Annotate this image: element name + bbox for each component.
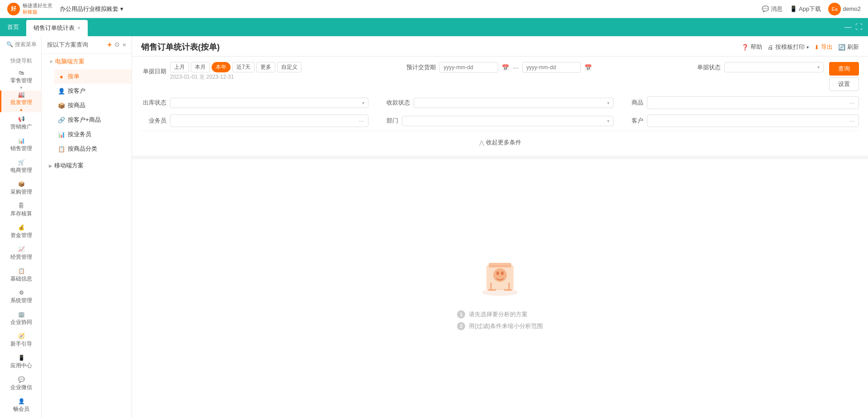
logo-text: 畅捷通好生意 标账版 <box>23 3 52 14</box>
by-order-icon: ● <box>58 73 65 80</box>
by-salesperson-icon: 📊 <box>58 131 65 138</box>
sidebar-item-operation[interactable]: 📈 经营管理 <box>0 242 41 264</box>
scheme-category-mobile[interactable]: ▶ 移动端方案 <box>42 158 132 173</box>
message-button[interactable]: 💬 消息 <box>762 5 783 13</box>
tip-text-1: 请先选择要分析的方案 <box>469 310 528 318</box>
sidebar-item-finance[interactable]: 💰 资金管理 <box>0 221 41 242</box>
help-icon: ❓ <box>741 44 749 51</box>
quicknav-label: 快捷导航 <box>10 57 32 65</box>
date-btn-more[interactable]: 更多 <box>256 62 275 72</box>
department-select[interactable]: ▾ <box>402 116 614 126</box>
scheme-add-icon[interactable]: + <box>108 41 112 49</box>
expected-date-to-input[interactable] <box>522 62 581 73</box>
user-menu[interactable]: Ea demo2 <box>828 3 861 15</box>
expected-date-filter: 预计交货期 📅 — 📅 <box>406 62 592 73</box>
sidebar-item-basic[interactable]: 📋 基础信息 <box>0 264 41 286</box>
export-button[interactable]: ⬇ 导出 <box>814 43 833 51</box>
date-btn-7days[interactable]: 近7天 <box>232 62 255 72</box>
app-selector[interactable]: 办公用品行业模拟账套 ▾ <box>56 5 127 13</box>
inventory-icon: 🗄 <box>19 203 24 209</box>
sidebar-item-sales[interactable]: 📊 销售管理 <box>0 134 41 156</box>
empty-state: 1 请先选择要分析的方案 2 用[过滤]条件来缩小分析范围 <box>132 159 868 418</box>
sidebar-item-inventory[interactable]: 🗄 库存核算 <box>0 199 41 221</box>
date-btn-custom[interactable]: 自定义 <box>277 62 302 72</box>
date-cal-from-icon[interactable]: 📅 <box>502 64 509 71</box>
retail-label: 零售管理 <box>10 77 32 85</box>
by-product-cat-label: 按商品分类 <box>68 145 97 153</box>
payment-status-filter: 收款状态 ▾ <box>387 98 614 108</box>
scheme-item-by-order[interactable]: ● 按单 <box>54 69 132 84</box>
tab-maximize-icon[interactable]: ⛶ <box>855 23 863 31</box>
tab-bar: 首页 销售订单统计表 × — ⛶ <box>0 18 868 36</box>
order-status-select[interactable]: ▾ <box>724 62 824 72</box>
date-cal-to-icon[interactable]: 📅 <box>585 64 592 71</box>
product-more-icon[interactable]: ··· <box>849 99 855 106</box>
sidebar-item-newbie[interactable]: 🧭 新手引导 <box>0 329 41 351</box>
tab-sales-stats[interactable]: 销售订单统计表 × <box>26 20 88 36</box>
salesperson-input[interactable]: ··· <box>170 114 368 127</box>
marketing-icon: 📢 <box>18 116 25 122</box>
finance-icon: 💰 <box>18 224 25 231</box>
scheme-settings-icon[interactable]: ⊙ <box>114 41 120 49</box>
expected-date-from-input[interactable] <box>439 62 498 73</box>
export-icon: ⬇ <box>814 44 819 51</box>
sidebar-search-area[interactable]: 🔍 搜索菜单 <box>0 36 41 52</box>
refresh-button[interactable]: 🔄 刷新 <box>838 43 859 51</box>
tab-home[interactable]: 首页 <box>0 18 26 36</box>
sidebar-item-wholesale[interactable]: 🏭 批发管理 ▲ <box>0 90 41 112</box>
sidebar-item-enterprise[interactable]: 🏢 企业协同 <box>0 308 41 329</box>
tab-close-icon[interactable]: × <box>77 25 80 31</box>
sales-label: 销售管理 <box>10 145 32 152</box>
date-btn-last-month[interactable]: 上月 <box>170 62 189 72</box>
collapse-button[interactable]: ⋀ 收起更多条件 <box>476 135 525 150</box>
sidebar-item-system[interactable]: ⚙ 系统管理 <box>0 286 41 308</box>
product-input[interactable]: ··· <box>647 96 859 109</box>
scheme-item-by-cust-prod[interactable]: 🔗 按客户+商品 <box>54 113 132 127</box>
date-btn-this-year[interactable]: 本年 <box>212 62 231 72</box>
delivery-status-select[interactable]: ▾ <box>170 98 368 108</box>
enterprise-label: 企业协同 <box>10 318 32 326</box>
page-title: 销售订单统计表(按单) <box>141 42 220 52</box>
date-btn-this-month[interactable]: 本月 <box>191 62 210 72</box>
delivery-status-arrow-icon: ▾ <box>362 100 364 105</box>
payment-status-select[interactable]: ▾ <box>414 98 614 108</box>
sidebar-item-ecommerce[interactable]: 🛒 电商管理 <box>0 156 41 177</box>
page-header: 销售订单统计表(按单) ❓ 帮助 🖨 按模板打印 ▾ ⬇ 导出 <box>132 36 868 57</box>
salesperson-more-icon[interactable]: ··· <box>359 117 364 124</box>
scheme-item-by-product-cat[interactable]: 📋 按商品分类 <box>54 142 132 156</box>
scheme-category-pc[interactable]: ▼ 电脑端方案 <box>42 54 132 69</box>
order-status-label: 单据状态 <box>697 63 721 71</box>
sidebar-item-retail[interactable]: 🛍 零售管理 ▼ <box>0 69 41 90</box>
template-print-button[interactable]: 🖨 按模板打印 ▾ <box>768 43 809 51</box>
tab-minimize-icon[interactable]: — <box>844 23 852 31</box>
search-button[interactable]: 查询 <box>829 62 859 76</box>
scheme-item-by-product[interactable]: 📦 按商品 <box>54 98 132 113</box>
customer-filter: 客户 ··· <box>632 114 859 127</box>
order-status-arrow-icon: ▾ <box>817 65 820 70</box>
sidebar-item-purchase[interactable]: 📦 采购管理 <box>0 177 41 199</box>
sidebar-item-marketing[interactable]: 📢 营销推广 <box>0 112 41 134</box>
customer-input[interactable]: ··· <box>647 114 859 127</box>
scheme-item-by-salesperson[interactable]: 📊 按业务员 <box>54 127 132 142</box>
sales-icon: 📊 <box>18 138 25 144</box>
sidebar-quicknav[interactable]: 快捷导航 <box>0 52 41 69</box>
help-button[interactable]: ❓ 帮助 <box>741 43 762 51</box>
scheme-item-by-customer[interactable]: 👤 按客户 <box>54 84 132 98</box>
settings-button[interactable]: 设置 <box>829 77 859 91</box>
empty-tip-1: 1 请先选择要分析的方案 <box>457 310 542 318</box>
delivery-status-filter: 出库状态 ▾ <box>141 98 368 108</box>
sidebar-item-appcenter[interactable]: 📱 应用中心 <box>0 351 41 373</box>
by-salesperson-label: 按业务员 <box>68 130 91 138</box>
scheme-collapse-icon[interactable]: « <box>123 41 126 49</box>
sidebar-item-member[interactable]: 👤 畅会员 <box>0 394 41 416</box>
svg-point-5 <box>501 271 504 275</box>
logo-icon: 好 <box>7 3 20 15</box>
sidebar: 🔍 搜索菜单 快捷导航 🛍 零售管理 ▼ 🏭 批发管理 ▲ 📢 营销推广 📊 销… <box>0 36 42 418</box>
page-actions: ❓ 帮助 🖨 按模板打印 ▾ ⬇ 导出 🔄 刷新 <box>741 43 859 51</box>
customer-more-icon[interactable]: ··· <box>849 117 855 124</box>
app-download-button[interactable]: 📱 App下载 <box>790 5 821 13</box>
order-status-filter: 单据状态 ▾ <box>697 62 824 72</box>
sidebar-item-wechat[interactable]: 💬 企业微信 <box>0 373 41 394</box>
wholesale-icon: 🏭 <box>18 91 25 98</box>
empty-tip-2: 2 用[过滤]条件来缩小分析范围 <box>457 322 542 330</box>
